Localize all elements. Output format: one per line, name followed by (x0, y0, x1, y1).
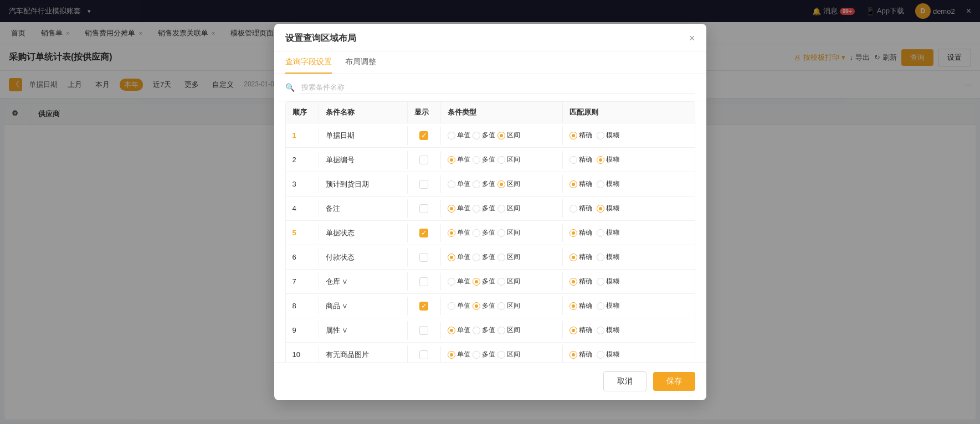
match-exact-8[interactable]: 精确 (569, 301, 592, 311)
dialog-table: 顺序 条件名称 显示 条件类型 匹配原则 1 单据日期 ✓ 单值 多值 区间 (274, 101, 706, 362)
dialog-tab-layout[interactable]: 布局调整 (345, 51, 376, 74)
type-range-6[interactable]: 区间 (497, 252, 520, 262)
radio-multi-8-icon (473, 302, 480, 310)
type-single-2[interactable]: 单值 (448, 155, 470, 164)
type-single-5[interactable]: 单值 (448, 228, 470, 237)
type-single-7[interactable]: 单值 (448, 277, 470, 286)
cell-order-8: 8 (286, 297, 319, 314)
type-multi-3[interactable]: 多值 (473, 179, 495, 189)
type-range-4[interactable]: 区间 (497, 204, 520, 213)
display-checkbox-2[interactable] (419, 156, 428, 164)
match-fuzzy-2[interactable]: 模糊 (597, 155, 619, 164)
match-fuzzy-4[interactable]: 模糊 (597, 204, 619, 213)
type-single-10[interactable]: 单值 (448, 350, 470, 359)
radio-single-4-icon (448, 205, 455, 213)
type-range-2[interactable]: 区间 (497, 155, 520, 164)
table-row: 2 单据编号 单值 多值 区间 精确 模糊 (285, 148, 695, 172)
cell-order-2: 2 (286, 151, 319, 168)
type-multi-6[interactable]: 多值 (473, 252, 495, 262)
type-multi-1[interactable]: 多值 (473, 131, 495, 140)
type-single-4[interactable]: 单值 (448, 204, 470, 213)
type-range-3[interactable]: 区间 (497, 179, 520, 189)
radio-exact-2-icon (569, 156, 577, 164)
dialog-search-bar: 🔍 (274, 74, 706, 101)
dialog: 设置查询区域布局 × 查询字段设置 布局调整 🔍 顺序 条件名称 显示 条件类型 (274, 24, 706, 400)
match-fuzzy-10[interactable]: 模糊 (597, 350, 619, 359)
cell-name-5: 单据状态 (319, 224, 408, 242)
match-exact-7[interactable]: 精确 (569, 277, 592, 286)
col-order: 顺序 (286, 102, 319, 123)
type-multi-7[interactable]: 多值 (473, 277, 495, 286)
match-exact-10[interactable]: 精确 (569, 350, 592, 359)
cell-display-6[interactable] (408, 249, 441, 266)
cell-match-7: 精确 模糊 (563, 272, 706, 291)
radio-multi-5-icon (473, 229, 480, 237)
display-checkbox-4[interactable] (419, 204, 428, 213)
display-checkbox-1[interactable]: ✓ (419, 131, 428, 140)
match-fuzzy-5[interactable]: 模糊 (597, 228, 619, 237)
match-exact-1[interactable]: 精确 (569, 131, 592, 140)
type-multi-10[interactable]: 多值 (473, 350, 495, 359)
match-exact-2[interactable]: 精确 (569, 155, 592, 164)
cancel-button[interactable]: 取消 (603, 371, 647, 391)
dialog-footer: 取消 保存 (274, 362, 706, 400)
type-range-9[interactable]: 区间 (497, 325, 520, 335)
radio-exact-10-icon (569, 351, 577, 359)
match-fuzzy-7[interactable]: 模糊 (597, 277, 619, 286)
cell-display-7[interactable] (408, 273, 441, 291)
type-single-3[interactable]: 单值 (448, 179, 470, 189)
radio-fuzzy-8-icon (597, 302, 604, 310)
type-multi-4[interactable]: 多值 (473, 204, 495, 213)
dialog-tab-query[interactable]: 查询字段设置 (285, 51, 332, 74)
match-exact-6[interactable]: 精确 (569, 252, 592, 262)
cell-order-3: 3 (286, 175, 319, 193)
display-checkbox-7[interactable] (419, 277, 428, 286)
cell-display-3[interactable] (408, 175, 441, 193)
display-checkbox-3[interactable] (419, 180, 428, 189)
type-single-8[interactable]: 单值 (448, 301, 470, 311)
match-fuzzy-3[interactable]: 模糊 (597, 179, 619, 189)
match-exact-9[interactable]: 精确 (569, 325, 592, 335)
radio-range-4-icon (497, 205, 505, 213)
type-multi-8[interactable]: 多值 (473, 301, 495, 311)
display-checkbox-6[interactable] (419, 253, 428, 262)
match-exact-5[interactable]: 精确 (569, 228, 592, 237)
display-checkbox-9[interactable] (419, 326, 428, 335)
match-fuzzy-9[interactable]: 模糊 (597, 325, 619, 335)
cell-display-8[interactable]: ✓ (408, 297, 441, 315)
match-exact-3[interactable]: 精确 (569, 179, 592, 189)
type-range-8[interactable]: 区间 (497, 301, 520, 311)
type-range-10[interactable]: 区间 (497, 350, 520, 359)
radio-fuzzy-6-icon (597, 254, 604, 261)
cell-display-4[interactable] (408, 200, 441, 218)
type-single-6[interactable]: 单值 (448, 252, 470, 262)
search-input[interactable] (299, 81, 695, 94)
type-multi-2[interactable]: 多值 (473, 155, 495, 164)
display-checkbox-8[interactable]: ✓ (419, 302, 428, 311)
cell-display-5[interactable]: ✓ (408, 224, 441, 242)
cell-type-6: 单值 多值 区间 (441, 248, 563, 266)
match-fuzzy-1[interactable]: 模糊 (597, 131, 619, 140)
type-single-1[interactable]: 单值 (448, 131, 470, 140)
cell-display-9[interactable] (408, 322, 441, 339)
match-group-4: 精确 模糊 (569, 204, 619, 213)
type-group-2: 单值 多值 区间 (448, 155, 520, 164)
type-range-5[interactable]: 区间 (497, 228, 520, 237)
cell-display-10[interactable] (408, 346, 441, 363)
cell-display-2[interactable] (408, 151, 441, 169)
match-fuzzy-8[interactable]: 模糊 (597, 301, 619, 311)
match-fuzzy-6[interactable]: 模糊 (597, 252, 619, 262)
radio-range-9-icon (497, 327, 505, 334)
type-multi-9[interactable]: 多值 (473, 325, 495, 335)
type-range-1[interactable]: 区间 (497, 131, 520, 140)
match-exact-4[interactable]: 精确 (569, 204, 592, 213)
type-multi-5[interactable]: 多值 (473, 228, 495, 237)
type-range-7[interactable]: 区间 (497, 277, 520, 286)
cell-display-1[interactable]: ✓ (408, 127, 441, 144)
cell-match-1: 精确 模糊 (563, 126, 706, 144)
dialog-close-button[interactable]: × (689, 33, 695, 44)
save-button[interactable]: 保存 (653, 372, 695, 391)
type-single-9[interactable]: 单值 (448, 325, 470, 335)
display-checkbox-5[interactable]: ✓ (419, 229, 428, 237)
display-checkbox-10[interactable] (419, 350, 428, 359)
